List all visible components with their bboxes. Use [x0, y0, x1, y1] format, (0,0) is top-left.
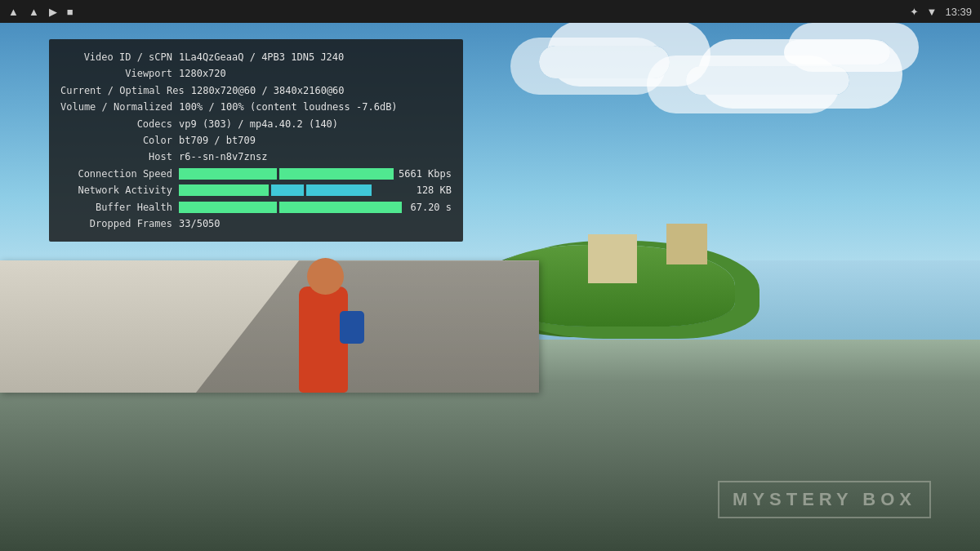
cloud-3: [784, 40, 890, 64]
res-label: Current / Optimal Res: [60, 82, 191, 99]
system-bar: ▲ ▲ ▶ ■ ✦ ▼ 13:39: [0, 0, 980, 23]
stat-row-dropped-frames: Dropped Frames 33/5050: [60, 216, 452, 232]
dropped-frames-value: 33/5050: [179, 216, 220, 232]
stat-row-color: Color bt709 / bt709: [60, 132, 452, 149]
wifi-icon: ▼: [927, 6, 938, 18]
bluetooth-icon: ✦: [910, 6, 919, 18]
connection-bar-1: [179, 168, 277, 180]
network-activity-bar: [179, 184, 412, 196]
connection-speed-label: Connection Speed: [60, 166, 179, 182]
stat-row-res: Current / Optimal Res 1280x720@60 / 3840…: [60, 82, 452, 99]
building-2: [666, 224, 707, 264]
color-label: Color: [60, 132, 179, 149]
square-icon: ■: [67, 6, 74, 18]
triangle-icon: ▲: [8, 6, 19, 18]
stat-row-video-id: Video ID / sCPN 1La4QzGeaaQ / 4PB3 1DN5 …: [60, 49, 452, 65]
video-id-label: Video ID / sCPN: [60, 49, 179, 65]
person-bag: [340, 311, 364, 344]
viewport-label: Viewport: [60, 65, 179, 82]
stat-row-connection-speed: Connection Speed 5661 Kbps: [60, 166, 452, 182]
buffer-health-bar: [179, 202, 405, 213]
building-1: [588, 234, 637, 283]
buffer-health-label: Buffer Health: [60, 199, 179, 216]
video-id-value: 1La4QzGeaaQ / 4PB3 1DN5 J240: [179, 49, 344, 65]
host-label: Host: [60, 149, 179, 165]
codecs-value: vp9 (303) / mp4a.40.2 (140): [179, 116, 338, 132]
codecs-label: Codecs: [60, 116, 179, 132]
stat-row-viewport: Viewport 1280x720: [60, 65, 452, 82]
network-activity-label: Network Activity: [60, 182, 179, 198]
stat-row-buffer-health: Buffer Health 67.20 s: [60, 199, 452, 216]
res-value: 1280x720@60 / 3840x2160@60: [191, 82, 345, 99]
play-icon: ▶: [49, 6, 57, 18]
volume-label: Volume / Normalized: [60, 99, 179, 115]
clock: 13:39: [945, 6, 972, 18]
connection-speed-value: 5661 Kbps: [399, 166, 452, 182]
volume-value: 100% / 100% (content loudness -7.6dB): [179, 99, 397, 115]
network-bar-1: [179, 184, 269, 196]
host-value: r6--sn-n8v7znsz: [179, 149, 267, 165]
buffer-health-value: 67.20 s: [410, 199, 452, 216]
viewport-value: 1280x720: [179, 65, 226, 82]
dropped-frames-label: Dropped Frames: [60, 216, 179, 232]
stat-row-network-activity: Network Activity 128 KB: [60, 182, 452, 198]
color-value: bt709 / bt709: [179, 132, 256, 149]
watermark: MYSTERY BOX: [718, 481, 931, 518]
person-head: [307, 258, 344, 295]
cloud-1: [539, 46, 670, 78]
sys-bar-left: ▲ ▲ ▶ ■: [8, 6, 74, 18]
network-bar-2: [271, 184, 304, 196]
network-bar-3: [306, 184, 372, 196]
stat-row-codecs: Codecs vp9 (303) / mp4a.40.2 (140): [60, 116, 452, 132]
buffer-bar-1: [179, 202, 277, 213]
person-figure: [274, 229, 389, 393]
buffer-bar-2: [279, 202, 402, 213]
cloud-2: [686, 66, 849, 95]
connection-speed-bar: [179, 168, 394, 180]
stat-row-host: Host r6--sn-n8v7znsz: [60, 149, 452, 165]
stats-overlay: Video ID / sCPN 1La4QzGeaaQ / 4PB3 1DN5 …: [49, 39, 463, 242]
network-activity-value: 128 KB: [416, 182, 452, 198]
stat-row-volume: Volume / Normalized 100% / 100% (content…: [60, 99, 452, 115]
connection-bar-2: [279, 168, 394, 180]
triangle-icon-2: ▲: [29, 6, 39, 18]
sys-bar-right: ✦ ▼ 13:39: [910, 6, 972, 18]
